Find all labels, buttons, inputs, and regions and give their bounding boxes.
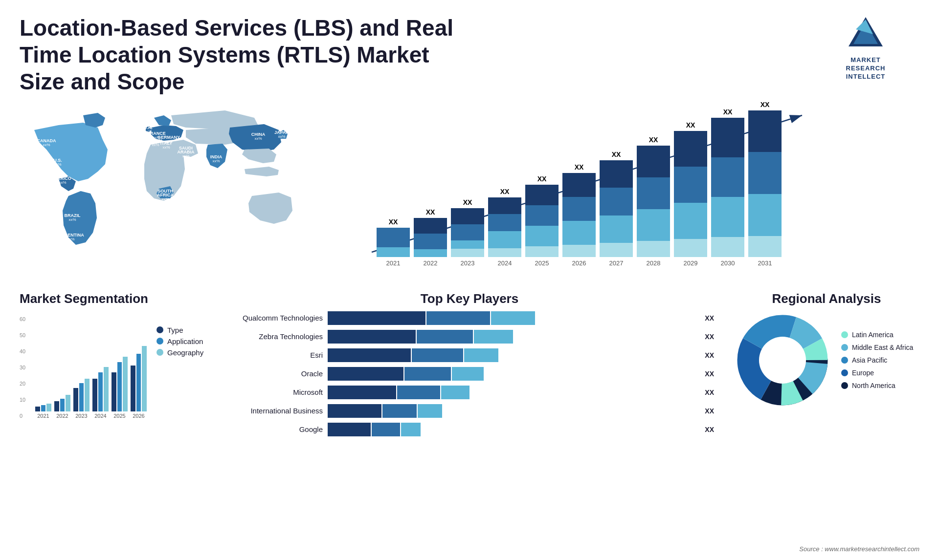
seg-y-axis: 0 10 20 30 40 50 60	[20, 316, 33, 419]
player-bar-google	[328, 423, 697, 436]
header: Location-Based Services (LBS) and Real T…	[0, 0, 939, 101]
seg-bar-2024: 2024	[92, 333, 109, 419]
player-row-google: Google XX	[225, 423, 714, 436]
legend-north-america-label: North America	[852, 382, 895, 389]
player-bar-zebra-seg3	[474, 330, 513, 344]
seg-bar-2023: 2023	[73, 333, 89, 419]
svg-text:xx%: xx%	[152, 143, 159, 147]
page-title: Location-Based Services (LBS) and Real T…	[20, 15, 460, 96]
svg-text:xx%: xx%	[212, 159, 220, 163]
bar-2029: XX 2029	[674, 121, 707, 267]
svg-text:xx%: xx%	[67, 237, 74, 241]
seg-bars: 2021 2022	[35, 316, 147, 419]
segmentation-title: Market Segmentation	[20, 291, 205, 306]
seg-bar-2022-geo	[66, 395, 70, 411]
seg-legend-app-dot	[156, 338, 163, 345]
player-bar-zebra-seg1	[328, 330, 416, 344]
player-bar-oracle	[328, 367, 697, 381]
player-bar-qualcomm-seg3	[491, 311, 535, 325]
legend-north-america-dot	[841, 382, 848, 389]
legend-latin-america: Latin America	[841, 331, 913, 339]
logo-area: MARKET RESEARCH INTELLECT	[812, 15, 919, 81]
year-2023: 2023	[461, 259, 475, 267]
svg-text:xx%: xx%	[254, 136, 262, 141]
y-axis	[362, 106, 374, 252]
player-row-esri: Esri XX	[225, 348, 714, 362]
seg-legend-app-label: Application	[167, 337, 203, 345]
seg-bar-2025-type	[112, 372, 116, 411]
legend-latin-america-label: Latin America	[852, 331, 894, 339]
bar-2031: XX 2031	[748, 101, 782, 267]
regional-title: Regional Analysis	[734, 291, 919, 306]
seg-bar-2025-geo	[123, 357, 128, 411]
donut-legend: Latin America Middle East & Africa Asia …	[841, 331, 913, 389]
bar-2024: XX 2024	[488, 188, 521, 267]
map-section: CANADA xx% U.S. xx% MEXICO xx% BRAZIL xx…	[20, 101, 323, 286]
year-2024: 2024	[498, 259, 512, 267]
player-bar-ibm-seg1	[328, 404, 381, 418]
player-name-zebra: Zebra Technologies	[225, 332, 323, 341]
player-bar-ibm	[328, 404, 697, 418]
bar-2022: XX 2022	[414, 208, 447, 267]
seg-bar-2026-app	[136, 354, 141, 411]
donut-chart	[734, 311, 831, 409]
svg-text:xx%: xx%	[59, 180, 66, 185]
seg-legend-type: Type	[156, 326, 203, 334]
player-bar-esri-seg2	[412, 348, 463, 362]
year-2029: 2029	[684, 259, 698, 267]
logo-icon	[846, 15, 885, 54]
bars-container: XX 2021 XX 2022	[377, 120, 782, 267]
seg-bar-2021: 2021	[35, 333, 51, 419]
seg-bar-2021-geo	[46, 404, 51, 411]
seg-year-2026: 2026	[133, 413, 144, 419]
svg-text:xx%: xx%	[162, 145, 170, 150]
player-name-microsoft: Microsoft	[225, 388, 323, 396]
players-list: Qualcomm Technologies XX Zebra Technolog…	[225, 311, 714, 436]
seg-bar-2024-type	[92, 379, 97, 411]
legend-europe: Europe	[841, 369, 913, 377]
player-bar-oracle-seg2	[404, 367, 451, 381]
svg-point-42	[759, 337, 806, 384]
source-text: Source : www.marketresearchintellect.com	[799, 545, 919, 553]
player-row-microsoft: Microsoft XX	[225, 386, 714, 399]
player-bar-microsoft-seg3	[441, 386, 470, 399]
year-2027: 2027	[609, 259, 624, 267]
seg-chart: 0 10 20 30 40 50 60	[20, 311, 147, 433]
player-name-esri: Esri	[225, 351, 323, 359]
bar-2025: XX 2025	[525, 175, 559, 267]
segmentation-section: Market Segmentation 0 10 20 30 40 50 60	[20, 291, 205, 441]
player-bar-qualcomm-seg2	[426, 311, 490, 325]
player-name-qualcomm: Qualcomm Technologies	[225, 314, 323, 322]
svg-text:xx%: xx%	[54, 162, 61, 167]
seg-bar-2024-app	[98, 372, 103, 411]
player-value-google: XX	[705, 426, 714, 433]
player-bar-qualcomm-seg1	[328, 311, 425, 325]
seg-bar-2023-geo	[85, 379, 89, 411]
player-bar-microsoft-seg1	[328, 386, 396, 399]
legend-latin-america-dot	[841, 331, 848, 338]
logo-text: MARKET RESEARCH INTELLECT	[846, 56, 886, 81]
legend-asia-pacific-label: Asia Pacific	[852, 356, 887, 364]
legend-middle-east: Middle East & Africa	[841, 344, 913, 351]
bar-2028-label: XX	[649, 136, 658, 144]
seg-legend-type-label: Type	[167, 326, 183, 334]
bar-2027-label: XX	[612, 151, 621, 158]
bar-2022-label: XX	[426, 208, 435, 216]
bar-2027: XX 2027	[600, 151, 633, 267]
player-value-oracle: XX	[705, 370, 714, 378]
legend-north-america: North America	[841, 382, 913, 389]
bar-2021: XX 2021	[377, 218, 410, 267]
bar-2023: XX 2023	[451, 198, 484, 267]
player-bar-ibm-seg2	[382, 404, 417, 418]
donut-area: Latin America Middle East & Africa Asia …	[734, 311, 919, 409]
regional-section: Regional Analysis Lat	[734, 291, 919, 441]
player-bar-google-seg3	[401, 423, 421, 436]
player-bar-qualcomm	[328, 311, 697, 325]
svg-text:xx%: xx%	[68, 217, 76, 222]
year-2022: 2022	[424, 259, 438, 267]
seg-legend-geo-dot	[156, 349, 163, 356]
legend-europe-dot	[841, 369, 848, 376]
main-content: CANADA xx% U.S. xx% MEXICO xx% BRAZIL xx…	[0, 101, 939, 286]
seg-legend-type-dot	[156, 326, 163, 333]
player-bar-esri	[328, 348, 697, 362]
